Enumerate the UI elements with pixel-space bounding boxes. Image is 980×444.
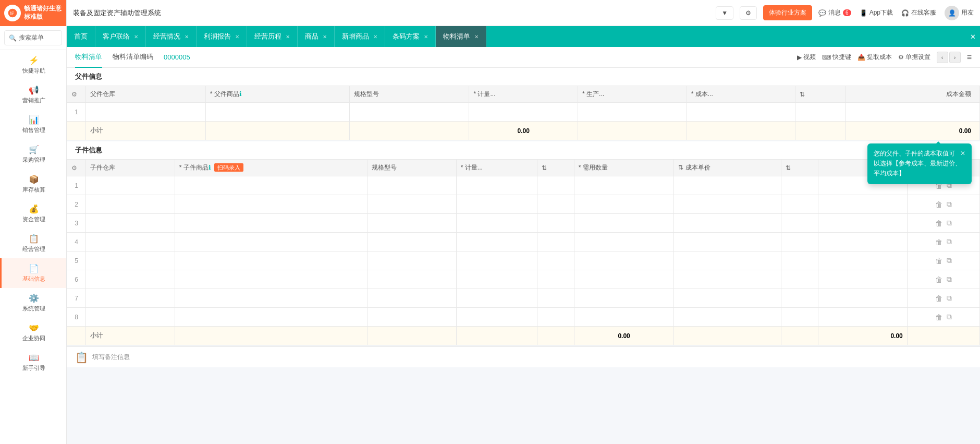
sidebar-item-guide[interactable]: 📖 新手引导 [0, 347, 66, 377]
sidebar-item-basic-info[interactable]: 📄 基础信息 [0, 258, 66, 288]
child-cell-need-2[interactable] [574, 195, 674, 214]
child-cell-warehouse-7[interactable] [86, 289, 175, 308]
prev-arrow[interactable]: ‹ [937, 52, 948, 63]
experience-button[interactable]: 体验行业方案 [763, 5, 812, 20]
delete-row-5[interactable]: 🗑 [934, 255, 944, 266]
child-cell-goods-6[interactable] [175, 270, 367, 289]
close-goods-tab[interactable]: ✕ [323, 34, 327, 40]
close-all-button[interactable]: ✕ [966, 33, 980, 41]
parent-cell-goods-1[interactable] [205, 103, 349, 122]
copy-row-7[interactable]: ⧉ [946, 293, 953, 304]
child-cell-unit-cost-3[interactable] [674, 214, 781, 233]
copy-row-4[interactable]: ⧉ [946, 236, 953, 247]
parent-cell-cost-1[interactable] [687, 103, 795, 122]
menu-icon[interactable]: ≡ [967, 53, 972, 62]
shortcut-action[interactable]: ⌨ 快捷键 [822, 53, 851, 62]
child-cell-spec-5[interactable] [368, 251, 457, 270]
delete-row-8[interactable]: 🗑 [934, 311, 944, 322]
search-menu-button[interactable]: 🔍 搜索菜单 [4, 30, 62, 45]
sidebar-item-collaboration[interactable]: 🤝 企业协同 [0, 318, 66, 347]
close-customer-tab[interactable]: ✕ [134, 34, 138, 40]
message-action[interactable]: 💬 消息 6 [818, 8, 851, 17]
app-download-action[interactable]: 📱 App下载 [860, 8, 893, 17]
sidebar-item-inventory[interactable]: 📦 库存核算 [0, 169, 66, 199]
child-cell-measure-8[interactable] [456, 308, 537, 327]
child-cell-goods-7[interactable] [175, 289, 367, 308]
parent-gear-icon[interactable]: ⚙ [71, 91, 77, 98]
child-cell-warehouse-8[interactable] [86, 308, 175, 327]
delete-row-3[interactable]: 🗑 [934, 218, 944, 229]
child-cell-warehouse-1[interactable] [86, 176, 175, 195]
child-cell-measure-5[interactable] [456, 251, 537, 270]
child-cell-warehouse-3[interactable] [86, 214, 175, 233]
child-cell-unit-cost-4[interactable] [674, 233, 781, 251]
next-arrow[interactable]: › [949, 52, 961, 63]
single-setting-action[interactable]: ⚙ 单据设置 [898, 53, 930, 62]
child-cell-unit-cost-7[interactable] [674, 289, 781, 308]
close-bom-tab[interactable]: ✕ [474, 34, 479, 40]
child-cell-measure-2[interactable] [456, 195, 537, 214]
copy-row-3[interactable]: ⧉ [946, 218, 953, 229]
child-cell-need-3[interactable] [574, 214, 674, 233]
tab-profit[interactable]: 利润报告 ✕ [197, 26, 247, 47]
sidebar-item-system[interactable]: ⚙️ 系统管理 [0, 288, 66, 318]
child-cell-measure-1[interactable] [456, 176, 537, 195]
child-cell-spec-3[interactable] [368, 214, 457, 233]
child-cell-need-8[interactable] [574, 308, 674, 327]
child-cell-goods-5[interactable] [175, 251, 367, 270]
child-cell-warehouse-4[interactable] [86, 233, 175, 251]
child-cell-measure-4[interactable] [456, 233, 537, 251]
child-cell-unit-cost-2[interactable] [674, 195, 781, 214]
copy-row-8[interactable]: ⧉ [946, 311, 953, 322]
delete-row-4[interactable]: 🗑 [934, 236, 944, 247]
child-cell-need-6[interactable] [574, 270, 674, 289]
child-cell-warehouse-6[interactable] [86, 270, 175, 289]
child-cell-unit-cost-6[interactable] [674, 270, 781, 289]
parent-cell-produce-1[interactable] [578, 103, 687, 122]
child-cell-goods-8[interactable] [175, 308, 367, 327]
child-cell-measure-7[interactable] [456, 289, 537, 308]
child-cell-spec-1[interactable] [368, 176, 457, 195]
close-operations-tab[interactable]: ✕ [185, 34, 189, 40]
sidebar-item-operations[interactable]: 📋 经营管理 [0, 229, 66, 258]
close-barcode-tab[interactable]: ✕ [424, 34, 428, 40]
video-action[interactable]: ▶ 视频 [797, 53, 816, 62]
sidebar-item-sales[interactable]: 📊 销售管理 [0, 110, 66, 139]
child-cell-unit-cost-1[interactable] [674, 176, 781, 195]
child-cell-spec-6[interactable] [368, 270, 457, 289]
child-cell-measure-6[interactable] [456, 270, 537, 289]
child-goods-info-icon[interactable]: ℹ [209, 164, 211, 171]
child-cell-spec-4[interactable] [368, 233, 457, 251]
child-cell-need-4[interactable] [574, 233, 674, 251]
user-menu[interactable]: 👤 用友 [945, 6, 974, 20]
child-cell-unit-cost-5[interactable] [674, 251, 781, 270]
sidebar-item-purchase[interactable]: 🛒 采购管理 [0, 139, 66, 169]
child-cell-warehouse-5[interactable] [86, 251, 175, 270]
online-service-action[interactable]: 🎧 在线客服 [901, 8, 936, 17]
copy-row-2[interactable]: ⧉ [946, 199, 953, 210]
tab-operations[interactable]: 经营情况 ✕ [146, 26, 197, 47]
delete-row-6[interactable]: 🗑 [934, 274, 944, 285]
tab-goods[interactable]: 商品 ✕ [298, 26, 335, 47]
copy-row-5[interactable]: ⧉ [946, 255, 953, 266]
child-cell-goods-1[interactable] [175, 176, 367, 195]
parent-cell-measure-1[interactable] [469, 103, 578, 122]
tab-bom[interactable]: 物料清单 ✕ [436, 26, 486, 47]
copy-row-6[interactable]: ⧉ [946, 274, 953, 285]
child-cell-need-7[interactable] [574, 289, 674, 308]
child-cell-goods-4[interactable] [175, 233, 367, 251]
sub-tab-bom[interactable]: 物料清单 [75, 47, 102, 68]
tooltip-close-button[interactable]: ✕ [960, 149, 965, 159]
tab-home[interactable]: 首页 [67, 26, 95, 47]
parent-cell-spec-1[interactable] [349, 103, 469, 122]
scan-badge[interactable]: 扫码录入 [214, 163, 243, 172]
settings-button[interactable]: ⚙ [740, 6, 757, 20]
child-cell-spec-7[interactable] [368, 289, 457, 308]
delete-row-2[interactable]: 🗑 [934, 199, 944, 210]
child-cell-need-5[interactable] [574, 251, 674, 270]
extract-cost-action[interactable]: 📥 提取成本 [858, 53, 892, 62]
child-cell-measure-3[interactable] [456, 214, 537, 233]
child-cell-unit-cost-8[interactable] [674, 308, 781, 327]
child-cell-spec-2[interactable] [368, 195, 457, 214]
bottom-add-icon[interactable]: 📋 [75, 351, 88, 364]
